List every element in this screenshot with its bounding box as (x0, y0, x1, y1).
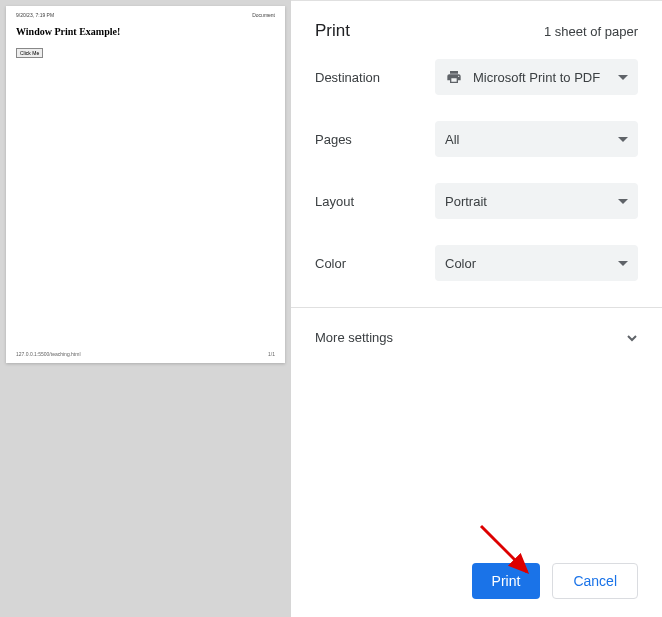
options-block: Destination Microsoft Print to PDF Pages… (291, 59, 662, 307)
destination-label: Destination (315, 70, 435, 85)
color-row: Color Color (315, 245, 638, 281)
destination-dropdown[interactable]: Microsoft Print to PDF (435, 59, 638, 95)
preview-header-date: 9/20/23, 7:19 PM (16, 12, 54, 18)
pages-value: All (445, 132, 618, 147)
color-value: Color (445, 256, 618, 271)
dialog-header: Print 1 sheet of paper (291, 1, 662, 59)
layout-value: Portrait (445, 194, 618, 209)
more-settings-label: More settings (315, 330, 393, 345)
more-settings-toggle[interactable]: More settings (291, 308, 662, 367)
destination-row: Destination Microsoft Print to PDF (315, 59, 638, 95)
pages-label: Pages (315, 132, 435, 147)
chevron-down-icon (618, 199, 628, 204)
preview-header: 9/20/23, 7:19 PM Document (16, 12, 275, 18)
preview-footer: 127.0.0.1:5500/teaching.html 1/1 (16, 351, 275, 357)
layout-dropdown[interactable]: Portrait (435, 183, 638, 219)
pages-dropdown[interactable]: All (435, 121, 638, 157)
print-settings-pane: Print 1 sheet of paper Destination Micro… (291, 0, 662, 617)
print-preview-pane: 9/20/23, 7:19 PM Document Window Print E… (0, 0, 291, 617)
color-label: Color (315, 256, 435, 271)
preview-page-button: Click Me (16, 48, 43, 58)
color-dropdown[interactable]: Color (435, 245, 638, 281)
preview-page: 9/20/23, 7:19 PM Document Window Print E… (6, 6, 285, 363)
layout-row: Layout Portrait (315, 183, 638, 219)
chevron-down-icon (618, 75, 628, 80)
dialog-footer: Print Cancel (291, 545, 662, 617)
sheet-count: 1 sheet of paper (544, 24, 638, 39)
preview-header-doc: Document (252, 12, 275, 18)
print-button[interactable]: Print (472, 563, 541, 599)
chevron-down-icon (618, 137, 628, 142)
printer-icon (445, 69, 463, 85)
layout-label: Layout (315, 194, 435, 209)
preview-footer-url: 127.0.0.1:5500/teaching.html (16, 351, 81, 357)
chevron-down-icon (626, 332, 638, 344)
preview-footer-page: 1/1 (268, 351, 275, 357)
dialog-title: Print (315, 21, 350, 41)
cancel-button[interactable]: Cancel (552, 563, 638, 599)
chevron-down-icon (618, 261, 628, 266)
destination-value: Microsoft Print to PDF (473, 70, 618, 85)
pages-row: Pages All (315, 121, 638, 157)
preview-heading: Window Print Example! (16, 26, 275, 37)
